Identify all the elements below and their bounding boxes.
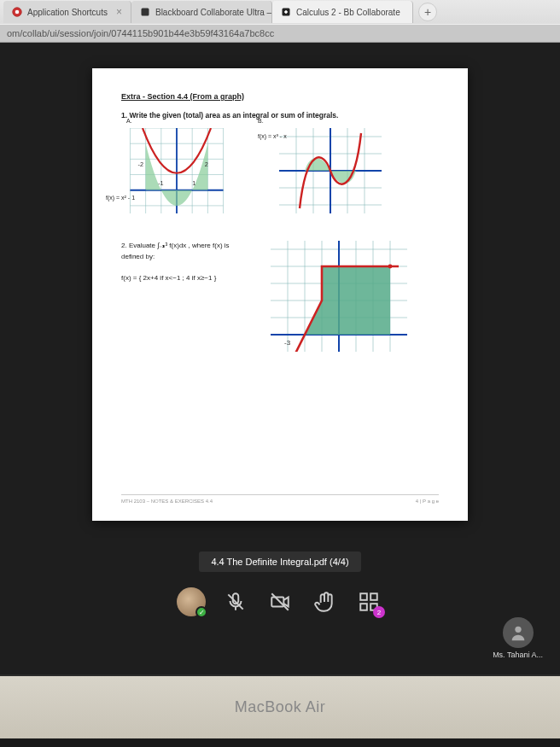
my-avatar-button[interactable]: ✓ — [177, 587, 206, 616]
close-icon[interactable]: × — [116, 6, 122, 18]
document-title: Extra - Section 4.4 (From a graph) — [121, 92, 439, 101]
tab-label: Application Shortcuts — [27, 8, 108, 17]
question-2-text: 2. Evaluate ∫₋₃³ f(x)dx , where f(x) is … — [121, 241, 241, 284]
mic-off-icon — [225, 591, 247, 613]
url-text: om/collab/ui/session/join/0744115b901b44… — [7, 28, 274, 38]
footer-left: MTH 2103 – NOTES & EXERCISES 4.4 — [121, 499, 213, 504]
laptop-brand-label: MacBook Air — [235, 698, 326, 716]
tab-label: Calculus 2 - Bb Collaborate — [296, 8, 400, 17]
svg-rect-2 — [141, 9, 149, 16]
question-2-row: 2. Evaluate ∫₋₃³ f(x)dx , where f(x) is … — [121, 241, 439, 352]
person-icon — [509, 623, 528, 642]
generic-favicon-icon — [12, 7, 22, 17]
tab-app-shortcuts[interactable]: Application Shortcuts × — [3, 1, 131, 23]
tab-bb-ultra[interactable]: Blackboard Collaborate Ultra – × — [131, 1, 272, 23]
participant-tile[interactable]: Ms. Tahani A... — [493, 617, 543, 659]
graph-a: A. -2 -1 — [121, 128, 232, 215]
svg-text:-3: -3 — [284, 339, 291, 347]
tab-bar: Application Shortcuts × Blackboard Colla… — [0, 0, 560, 24]
graph-a-svg: -2 -1 1 2 — [121, 128, 232, 213]
participant-name: Ms. Tahani A... — [493, 651, 543, 659]
question-1: 1. Write the given (total) area as an in… — [121, 111, 439, 120]
raise-hand-button[interactable] — [310, 587, 339, 616]
collab-toolbar: ✓ 2 — [177, 587, 383, 616]
svg-text:-1: -1 — [158, 179, 163, 187]
pdf-filename-label: 4.4 The Definite Integral.pdf (4/4) — [199, 551, 360, 572]
graph-b: B. f(x) = x³ - x — [258, 128, 403, 215]
tab-label: Blackboard Collaborate Ultra – — [155, 8, 271, 17]
hand-icon — [313, 591, 335, 613]
formula-b: f(x) = x³ - x — [258, 133, 287, 139]
notification-badge-icon: 2 — [373, 606, 385, 618]
label-a: A. — [126, 118, 132, 124]
graph-c-svg: -3 — [258, 241, 420, 352]
browser-chrome: Application Shortcuts × Blackboard Colla… — [0, 0, 560, 43]
bb-collab-favicon-icon — [281, 7, 291, 17]
apps-button[interactable]: 2 — [354, 587, 383, 616]
graph-b-svg — [258, 128, 403, 213]
svg-point-51 — [388, 265, 393, 269]
q2-prefix: 2. Evaluate — [121, 242, 155, 249]
svg-point-62 — [515, 627, 521, 633]
camera-button[interactable] — [265, 587, 295, 616]
document-footer: MTH 2103 – NOTES & EXERCISES 4.4 4 | P a… — [121, 494, 439, 504]
svg-rect-58 — [360, 593, 367, 600]
svg-line-57 — [271, 593, 289, 610]
participant-avatar-icon — [503, 617, 534, 648]
formula-a: f(x) = x² - 1 — [106, 195, 135, 201]
blackboard-favicon-icon — [140, 7, 150, 17]
label-b: B. — [258, 118, 264, 124]
laptop-body: MacBook Air — [0, 674, 560, 738]
tab-calculus[interactable]: Calculus 2 - Bb Collaborate × — [272, 1, 413, 23]
graphs-row-1: A. -2 -1 — [121, 128, 439, 215]
add-tab-button[interactable]: + — [418, 3, 437, 21]
avatar-icon: ✓ — [177, 587, 206, 616]
svg-text:-2: -2 — [138, 160, 143, 168]
svg-text:2: 2 — [205, 160, 208, 168]
svg-point-1 — [15, 10, 20, 15]
svg-text:1: 1 — [192, 179, 195, 187]
mute-mic-button[interactable] — [221, 587, 250, 616]
svg-rect-59 — [370, 593, 377, 600]
shared-document: Extra - Section 4.4 (From a graph) 1. Wr… — [92, 68, 468, 521]
camera-off-icon — [269, 591, 291, 613]
status-online-icon: ✓ — [195, 606, 207, 618]
footer-right: 4 | P a g e — [416, 499, 439, 504]
q2-piecewise: f(x) = { 2x+4 if x<−1 ; 4 if x≥−1 } — [121, 274, 216, 282]
presentation-area: Extra - Section 4.4 (From a graph) 1. Wr… — [0, 43, 560, 674]
svg-rect-60 — [360, 604, 367, 610]
url-bar[interactable]: om/collab/ui/session/join/0744115b901b44… — [0, 24, 560, 42]
